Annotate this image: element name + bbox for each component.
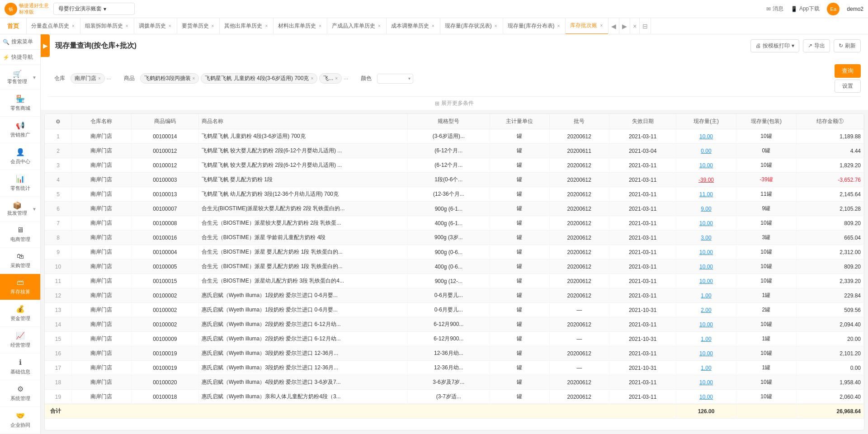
warehouse-more-btn[interactable]: ··· [107,75,111,82]
sidebar-item-wholesale[interactable]: 📦 批发管理 ▼ [0,197,40,222]
tab-cheng-ben[interactable]: 成本调整单历史 × [387,18,440,34]
sidebar-item-finance[interactable]: 💰 资金管理 [0,300,40,327]
tab-zu-zhuang[interactable]: 组装拆卸单历史 × [80,18,134,34]
sidebar-item-member[interactable]: 👤 会员中心 [0,143,40,170]
sidebar-expand-btn[interactable]: ▶ [41,34,50,57]
tab-close-icon[interactable]: × [318,23,322,29]
expand-more-btn[interactable]: ⊞ 展开更多条件 [435,99,474,107]
tab-close-icon[interactable]: × [125,23,129,29]
tag-close-icon[interactable]: × [335,76,338,81]
row-spec: 0-6月婴儿... [408,303,490,317]
sidebar-item-collab[interactable]: 🤝 企业协同 [0,407,40,434]
row-batch: 20200611 [549,144,609,158]
tab-close-icon[interactable]: × [168,23,172,29]
row-stock-main[interactable]: 2.00 [676,303,736,317]
tab-ku-cun-batch[interactable]: 库存批次账 × [566,18,609,34]
product-tag-3[interactable]: 飞... × [319,73,342,84]
tag-close-icon[interactable]: × [193,76,195,81]
refresh-btn[interactable]: ↻ 刷新 [834,39,861,52]
tab-diao-bo[interactable]: 调拨单历史 × [134,18,177,34]
sidebar-item-purchase[interactable]: 🛍 采购管理 [0,248,40,274]
row-stock-main[interactable]: 10.00 [676,216,736,231]
row-stock-main[interactable]: 10.00 [676,346,736,361]
product-more-btn[interactable]: ··· [344,75,348,82]
row-stock-pkg: 0罐 [736,144,797,158]
row-code: 00100018 [132,390,199,404]
row-warehouse: 南岸门店 [71,375,131,390]
row-stock-main[interactable]: 0.00 [676,144,736,158]
tab-close-icon[interactable]: × [211,23,215,29]
tab-close-icon[interactable]: × [557,23,561,29]
tab-next-btn[interactable]: ▶ [619,18,630,34]
export-btn[interactable]: ↗ 导出 [803,39,830,52]
row-stock-main[interactable]: 10.00 [676,390,736,404]
row-index: 16 [45,346,71,361]
row-unit: 罐 [490,361,549,375]
tab-fen-liang[interactable]: 分量盘点单历史 × [27,18,80,34]
tag-close-icon[interactable]: × [98,76,101,81]
message-btn[interactable]: ✉ 消息 [766,5,783,13]
row-stock-main[interactable]: 10.00 [676,129,736,144]
tab-cai-liao[interactable]: 材料出库单历史 × [274,18,327,34]
tab-prev-btn[interactable]: ◀ [609,18,619,34]
sidebar-item-marketing[interactable]: 📢 营销推广 [0,117,40,143]
tab-close-icon[interactable]: × [431,23,435,29]
product-tag-2[interactable]: 飞鹤星飞帆 儿童奶粉 4段(3-6岁适用) 700克 × [201,73,317,84]
row-stock-main[interactable]: 1.00 [676,288,736,303]
query-btn[interactable]: 查询 [835,64,861,78]
tab-menu-btn[interactable]: ⊟ [640,18,651,34]
row-stock-main[interactable]: 11.00 [676,187,736,202]
settings-btn[interactable]: 设置 [835,80,861,93]
sidebar-item-system[interactable]: ⚙ 系统管理 [0,380,40,407]
filter-section: ▶ 现存量查询(按仓库+批次) 🖨 按模板打印 ▾ ↗ 导出 [41,34,868,110]
sidebar-item-retail-mgmt[interactable]: 🛒 零售管理 ▼ [0,65,40,90]
sidebar-search[interactable]: 🔍 搜索菜单 [0,34,40,50]
tab-chan-cheng[interactable]: 产成品入库单历史 × [327,18,387,34]
row-stock-main[interactable]: 9.00 [676,202,736,216]
tab-qi-ta-chu[interactable]: 其他出库单历史 × [220,18,274,34]
tab-home[interactable]: 首页 [0,18,27,34]
sidebar-item-operations[interactable]: 📈 经营管理 [0,327,40,354]
template-print-btn[interactable]: 🖨 按模板打印 ▾ [750,39,799,52]
row-stock-main[interactable]: 10.00 [676,375,736,390]
sidebar-item-retail-mall[interactable]: 🏪 零售商城 [0,90,40,117]
row-warehouse: 南岸门店 [71,245,131,259]
sidebar-item-retail-stats[interactable]: 📊 零售统计 [0,170,40,197]
row-stock-main[interactable]: 1.00 [676,332,736,346]
tag-close-icon[interactable]: × [311,76,313,81]
row-stock-main[interactable]: 10.00 [676,259,736,274]
tab-yao-huo[interactable]: 要货单历史 × [177,18,220,34]
account-selector[interactable]: 母婴行业演示账套 ▾ [53,3,135,15]
tab-close-icon[interactable]: × [494,23,498,29]
tab-close-all-btn[interactable]: × [630,18,640,34]
user-avatar[interactable]: Ea [827,3,840,15]
sidebar-item-ecommerce[interactable]: 🖥 电商管理 [0,222,40,248]
th-spec: 规格型号 [408,114,490,129]
warehouse-tag[interactable]: 南岸门店 × [71,73,105,84]
tab-xian-cun-dist[interactable]: 现存量(库存分布表) × [503,18,566,34]
row-code: 00100013 [132,187,199,202]
tab-close-icon[interactable]: × [264,23,269,29]
row-stock-main[interactable]: -39.00 [676,173,736,187]
user-name[interactable]: demo2 [847,6,863,12]
row-stock-main[interactable]: 10.00 [676,274,736,288]
row-stock-main[interactable]: 10.00 [676,158,736,173]
sidebar-item-inventory[interactable]: 🗃 库存核算 [0,274,40,300]
tab-close-icon[interactable]: × [599,22,604,29]
row-stock-main[interactable]: 10.00 [676,245,736,259]
tab-xian-cun-status[interactable]: 现存量(库存状况表) × [440,18,503,34]
row-name: 惠氏启赋（Wyeth illuma）4段奶粉 爱尔兰进口 3-6岁及7... [198,375,407,390]
row-stock-main[interactable]: 10.00 [676,317,736,332]
row-stock-main[interactable]: 1.00 [676,361,736,375]
app-download-btn[interactable]: 📱 App下载 [791,5,820,13]
color-select[interactable] [377,74,413,84]
row-spec: 12-36月幼... [408,346,490,361]
tab-close-icon[interactable]: × [71,23,75,29]
sidebar-quick-nav[interactable]: ⚡ 快捷导航 [0,50,40,65]
sidebar-item-basic-info[interactable]: ℹ 基础信息 [0,354,40,380]
row-stock-main[interactable]: 3.00 [676,231,736,245]
product-tag-1[interactable]: 飞鹤奶粉3段丙搪装 × [140,73,199,84]
th-settings[interactable]: ⚙ [45,114,71,129]
tab-close-icon[interactable]: × [377,23,382,29]
row-batch: 20200612 [549,259,609,274]
